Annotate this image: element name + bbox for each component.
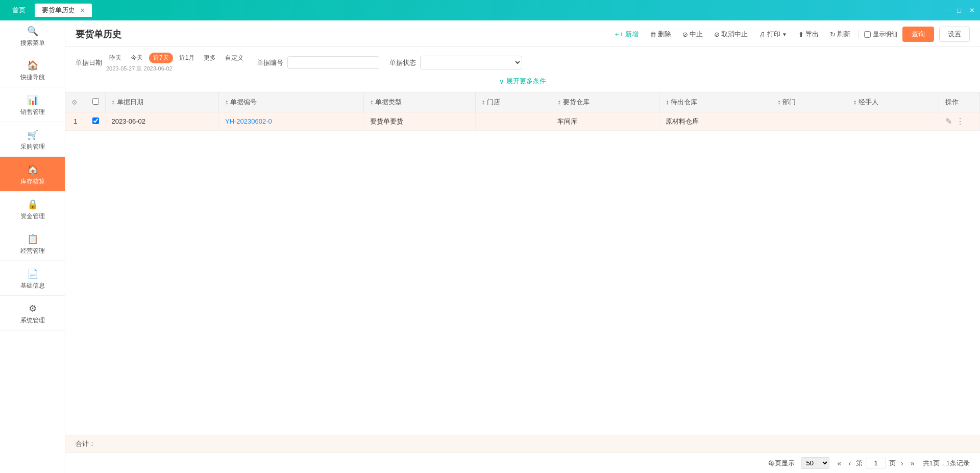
date-tab-1month[interactable]: 近1月 (176, 53, 198, 63)
table-area: ⚙ ↕ 单据日期 ↕ 单据编号 ↕ 单据类型 (65, 92, 980, 435)
doc-status-select[interactable] (420, 56, 522, 69)
refresh-icon: ↻ (830, 31, 836, 38)
delete-icon: 🗑 (650, 31, 656, 38)
doc-status-label: 单据状态 (389, 58, 416, 67)
per-page-label: 每页显示 (768, 459, 795, 468)
prev-page-button[interactable]: ‹ (846, 458, 853, 468)
row-num-cell: 1 (65, 112, 86, 131)
window-close[interactable]: ✕ (969, 7, 975, 14)
display-detail-checkbox[interactable] (864, 31, 871, 38)
chart-icon: 📊 (27, 94, 38, 106)
table-header: ⚙ ↕ 单据日期 ↕ 单据编号 ↕ 单据类型 (65, 92, 980, 112)
data-table: ⚙ ↕ 单据日期 ↕ 单据编号 ↕ 单据类型 (65, 92, 980, 131)
th-settings: ⚙ (65, 92, 86, 112)
date-tab-yesterday[interactable]: 昨天 (106, 53, 125, 63)
tab-requisition-history[interactable]: 要货单历史 ✕ (35, 4, 92, 17)
sidebar-item-quick-nav[interactable]: 🏠 快捷导航 (0, 53, 65, 87)
doc-number-label: 单据编号 (257, 58, 283, 67)
main-layout: 🔍 搜索菜单 🏠 快捷导航 📊 销售管理 🛒 采购管理 🏠 库存核算 🔒 资金管… (0, 20, 980, 473)
last-page-button[interactable]: » (909, 458, 917, 468)
page-prefix: 第 (856, 459, 863, 468)
page-suffix: 页 (889, 459, 896, 468)
print-button[interactable]: 🖨 打印 ▼ (756, 28, 790, 41)
table-settings-icon[interactable]: ⚙ (71, 99, 78, 106)
sidebar-item-system[interactable]: ⚙ 系统管理 (0, 296, 65, 330)
table-row: 1 2023-06-02 YH-20230602-0 要货单要货 车间库 原材料… (65, 112, 980, 131)
sidebar-item-sales[interactable]: 📊 销售管理 (0, 87, 65, 122)
delete-button[interactable]: 🗑 删除 (647, 28, 674, 41)
window-controls: — □ ✕ (942, 7, 975, 14)
th-handler: ↕ 经手人 (847, 92, 939, 112)
th-doc-type: ↕ 单据类型 (363, 92, 475, 112)
print-icon: 🖨 (759, 31, 766, 38)
row-doc-type: 要货单要货 (363, 112, 475, 131)
document-icon: 📄 (27, 268, 38, 279)
date-options: 昨天 今天 近7天 近1月 更多 自定义 2023-05-27 至 2023-0… (106, 53, 247, 73)
sidebar: 🔍 搜索菜单 🏠 快捷导航 📊 销售管理 🛒 采购管理 🏠 库存核算 🔒 资金管… (0, 20, 65, 473)
doc-status-filter-group: 单据状态 (389, 56, 522, 69)
per-page-select[interactable]: 20 50 100 (801, 457, 829, 469)
close-tab-icon[interactable]: ✕ (80, 7, 85, 13)
gear-icon: ⚙ (29, 303, 37, 314)
sidebar-item-purchase[interactable]: 🛒 采购管理 (0, 122, 65, 157)
sidebar-item-basic-info[interactable]: 📄 基础信息 (0, 261, 65, 296)
summary-bar: 合计： (65, 435, 980, 453)
page-nav: « ‹ 第 页 › » (836, 458, 917, 468)
sidebar-item-operations[interactable]: 📋 经营管理 (0, 226, 65, 261)
lock-icon: 🔒 (27, 199, 38, 210)
th-doc-date: ↕ 单据日期 (105, 92, 218, 112)
sidebar-search[interactable]: 🔍 搜索菜单 (0, 20, 65, 53)
page-header: 要货单历史 ＋ + 新增 🗑 删除 ⊘ 中止 ⊘ 取消中止 (65, 20, 980, 46)
row-dept (771, 112, 847, 131)
date-tab-custom[interactable]: 自定义 (222, 53, 247, 63)
tab-home[interactable]: 首页 (5, 4, 33, 17)
row-store (475, 112, 551, 131)
top-tabs: 首页 要货单历史 ✕ (5, 4, 942, 17)
query-button[interactable]: 查询 (902, 27, 934, 42)
select-all-checkbox[interactable] (92, 98, 99, 105)
doc-number-input[interactable] (287, 56, 379, 69)
th-dept: ↕ 部门 (771, 92, 847, 112)
row-req-warehouse: 车间库 (551, 112, 659, 131)
export-button[interactable]: ⬆ 导出 (795, 28, 822, 41)
print-dropdown-icon: ▼ (782, 32, 787, 37)
first-page-button[interactable]: « (836, 458, 844, 468)
more-row-icon[interactable]: ⋮ (956, 116, 964, 126)
expand-more-button[interactable]: ∨ 展开更多条件 (76, 77, 970, 86)
row-checkbox[interactable] (92, 117, 99, 124)
date-tab-7days[interactable]: 近7天 (149, 53, 173, 63)
refresh-button[interactable]: ↻ 刷新 (827, 28, 853, 41)
cancel-stop-icon: ⊘ (714, 31, 720, 38)
date-tab-more[interactable]: 更多 (201, 53, 219, 63)
sidebar-item-finance[interactable]: 🔒 资金管理 (0, 192, 65, 226)
doc-no-link[interactable]: YH-20230602-0 (225, 117, 272, 125)
doc-number-filter-group: 单据编号 (257, 56, 379, 69)
display-detail-checkbox-label[interactable]: 显示明细 (864, 30, 897, 39)
pagination: 每页显示 20 50 100 « ‹ 第 页 › » 共1页，1条记录 (65, 453, 980, 473)
new-button[interactable]: ＋ + 新增 (610, 28, 642, 41)
operations-icon: 📋 (27, 233, 38, 245)
total-info: 共1页，1条记录 (923, 459, 970, 468)
row-pending-warehouse: 原材料仓库 (659, 112, 771, 131)
stop-button[interactable]: ⊘ 中止 (679, 28, 706, 41)
next-page-button[interactable]: › (899, 458, 905, 468)
row-ops: ✎ ⋮ (939, 112, 980, 131)
date-tab-today[interactable]: 今天 (128, 53, 146, 63)
cancel-stop-button[interactable]: ⊘ 取消中止 (711, 28, 751, 41)
top-bar: 首页 要货单历史 ✕ — □ ✕ (0, 0, 980, 20)
row-handler (847, 112, 939, 131)
date-range-display: 2023-05-27 至 2023-06-02 (106, 65, 247, 73)
row-checkbox-cell (86, 112, 105, 131)
search-icon: 🔍 (27, 26, 38, 37)
settings-button[interactable]: 设置 (939, 27, 970, 42)
window-minimize[interactable]: — (942, 7, 949, 14)
table-body: 1 2023-06-02 YH-20230602-0 要货单要货 车间库 原材料… (65, 112, 980, 131)
edit-row-icon[interactable]: ✎ (945, 116, 952, 126)
window-maximize[interactable]: □ (957, 7, 961, 14)
page-number-input[interactable] (866, 458, 886, 468)
th-doc-no: ↕ 单据编号 (218, 92, 363, 112)
sidebar-item-inventory[interactable]: 🏠 库存核算 (0, 157, 65, 192)
th-store: ↕ 门店 (475, 92, 551, 112)
date-filter-group: 单据日期 昨天 今天 近7天 近1月 更多 自定义 2023-05-27 至 2… (76, 53, 247, 73)
warehouse-icon: 🏠 (27, 164, 38, 175)
